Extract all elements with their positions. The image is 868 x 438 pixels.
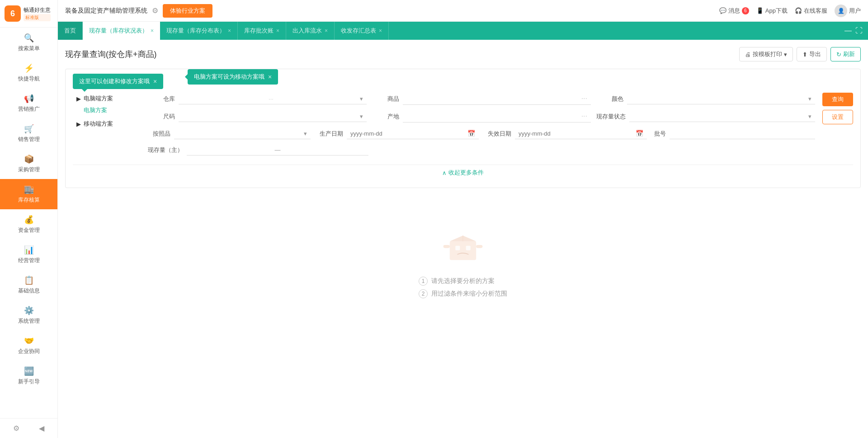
stock-status-select[interactable]: ▾ [629,111,815,122]
tab-batch-account[interactable]: 库存批次账 × [238,22,286,40]
tab-spacer [389,22,839,40]
tab-io-flow-close[interactable]: × [325,28,328,34]
sidebar-label-guide: 新手引导 [18,378,40,386]
logo-text-block: 畅通好生意 标准版 [24,6,51,21]
tab-receive-summary[interactable]: 收发存汇总表 × [335,22,389,40]
print-btn[interactable]: 🖨 按模板打印 ▾ [739,47,793,61]
logo-icon: 6 [5,5,21,22]
sidebar-item-quick[interactable]: ⚡ 快捷导航 [0,58,57,88]
tab-inventory-dist-close[interactable]: × [228,28,231,34]
batch-input[interactable] [670,128,815,139]
sidebar-label-purchase: 采购管理 [18,166,40,174]
tab-inventory-status[interactable]: 现存量（库存状况表） × [83,22,160,40]
tab-inventory-status-label: 现存量（库存状况表） [89,27,148,35]
trial-btn[interactable]: 体验行业方案 [163,4,212,18]
sidebar-item-marketing[interactable]: 📢 营销推广 [0,88,57,118]
reset-btn[interactable]: 设置 [822,110,853,124]
settings-bottom-btn[interactable]: ⚙ [13,424,19,433]
message-btn[interactable]: 💬 消息 6 [719,7,749,15]
tab-inventory-status-close[interactable]: × [151,28,154,34]
expire-date-field[interactable] [519,130,634,137]
produce-date-label: 生产日期 [316,130,343,138]
quick-icon: ⚡ [24,63,34,73]
category-chevron-icon: ▾ [304,130,307,137]
export-btn[interactable]: ⬆ 导出 [797,47,827,61]
empty-state: 1 请先选择要分析的方案 2 用过滤条件来缩小分析范围 [65,195,861,325]
tooltip-create-close[interactable]: × [153,78,157,85]
origin-select[interactable]: ··· [403,110,591,122]
tab-receive-summary-close[interactable]: × [379,28,382,34]
svg-rect-2 [455,246,460,250]
print-icon: 🖨 [745,51,751,58]
expire-date-calendar-icon[interactable]: 📅 [636,130,643,137]
scheme-mobile-group[interactable]: ▶ 移动端方案 [73,118,141,130]
sidebar-item-finance[interactable]: 💰 资金管理 [0,209,57,240]
app-label: App下载 [765,7,788,15]
tooltip-scheme-close[interactable]: × [268,73,272,80]
sidebar-item-enterprise[interactable]: 🤝 企业协同 [0,330,57,361]
scheme-desktop-item[interactable]: 电脑方案 [73,104,141,116]
size-select[interactable]: ▾ [179,111,367,122]
topbar: 装备及固定资产辅助管理系统 ⚙ 体验行业方案 💬 消息 6 📱 App下载 🎧 … [58,0,868,22]
warehouse-select[interactable]: ··· ▾ [179,94,367,104]
stock-range-input[interactable]: — [187,145,368,155]
stock-status-chevron-icon: ▾ [808,113,811,120]
sidebar-item-guide[interactable]: 🆕 新手引导 [0,361,57,391]
support-btn[interactable]: 🎧 在线客服 [795,7,827,15]
color-select[interactable]: ▾ [627,94,815,104]
category-select[interactable]: ▾ [174,128,311,139]
filter-section: 按以下方案查询 + ✎ « 电脑方案可设为移动方案哦 × [65,69,861,188]
filter-row-4: 现存量（主） — [148,145,815,155]
collapse-bar[interactable]: ∧ 收起更多条件 [73,165,853,180]
empty-tip-1: 1 请先选择要分析的方案 [419,277,507,286]
tooltip-scheme-text: 电脑方案可设为移动方案哦 [194,73,264,81]
goods-select[interactable]: ··· [403,93,591,105]
stock-range-from[interactable] [190,146,273,153]
stock-range-to[interactable] [283,146,365,153]
tab-io-flow[interactable]: 出入库流水 × [286,22,335,40]
tab-inventory-dist[interactable]: 现存量（库存分布表） × [160,22,238,40]
category-label: 按照品 [148,130,170,138]
expire-date-input[interactable]: 📅 [515,128,647,139]
system-name: 装备及固定资产辅助管理系统 [65,7,147,15]
logo-badge: 标准版 [24,14,51,21]
sidebar-item-system[interactable]: ⚙️ 系统管理 [0,300,57,330]
tab-receive-summary-label: 收发存汇总表 [341,27,376,35]
sidebar-item-basic[interactable]: 📋 基础信息 [0,270,57,300]
tab-fullscreen-icon[interactable]: ⛶ [855,27,863,35]
expire-date-label: 失效日期 [484,130,511,138]
collapse-sidebar-btn[interactable]: ◀ [39,424,44,433]
support-label: 在线客服 [804,7,827,15]
produce-date-field[interactable] [350,130,466,137]
sidebar-item-sales[interactable]: 🛒 销售管理 [0,118,57,149]
page-content: 现存量查询(按仓库+商品) 🖨 按模板打印 ▾ ⬆ 导出 ↻ 刷新 [58,40,868,438]
produce-date-input[interactable]: 📅 [347,128,479,139]
refresh-btn[interactable]: ↻ 刷新 [830,47,861,61]
query-btn[interactable]: 查询 [822,93,853,106]
tab-minimize-icon[interactable]: — [844,27,852,35]
sidebar-item-search[interactable]: 🔍 搜索菜单 [0,28,57,58]
stock-status-label: 现存量状态 [596,113,626,121]
sidebar-item-inventory[interactable]: 🏬 库存核算 [0,179,57,209]
user-label: 用户 [849,7,861,15]
produce-date-calendar-icon[interactable]: 📅 [467,130,475,137]
tab-batch-account-close[interactable]: × [276,28,279,34]
field-category: 按照品 ▾ [148,128,311,139]
warehouse-chevron-icon: ▾ [360,95,363,102]
app-download-btn[interactable]: 📱 App下载 [756,7,788,15]
settings-icon[interactable]: ⚙ [152,6,158,15]
user-btn[interactable]: 👤 用户 [835,5,861,17]
field-batch: 批号 [652,128,815,139]
field-size: 尺码 ▾ [148,111,367,122]
print-chevron-icon: ▾ [784,51,787,58]
sidebar-item-purchase[interactable]: 📦 采购管理 [0,149,57,179]
field-stock-status: 现存量状态 ▾ [596,111,815,122]
field-color: 颜色 ▾ [596,94,815,104]
sidebar-item-operation[interactable]: 📊 经营管理 [0,240,57,270]
sidebar-label-sales: 销售管理 [18,136,40,143]
collapse-up-icon: ∧ [442,170,447,176]
filter-row-2: 尺码 ▾ 产地 ··· [148,110,815,122]
scheme-mobile-arrow: ▶ [76,121,81,127]
sidebar-bottom: ⚙ ◀ [0,418,57,438]
tab-home[interactable]: 首页 [58,22,83,40]
